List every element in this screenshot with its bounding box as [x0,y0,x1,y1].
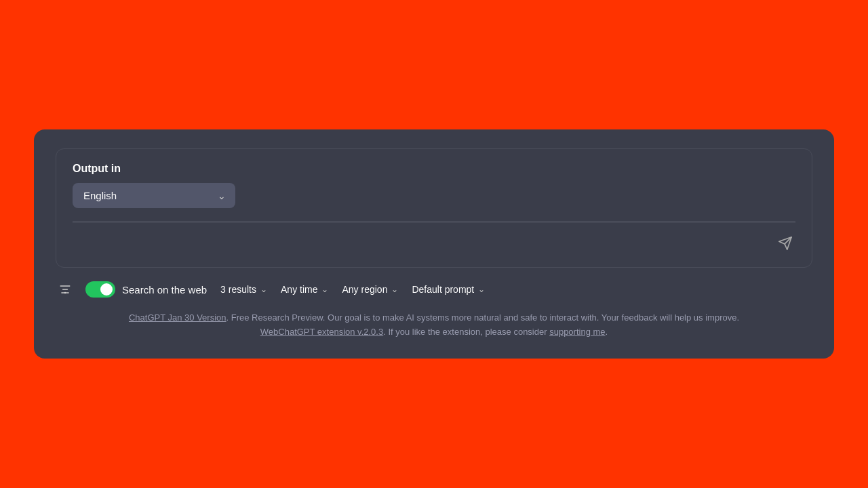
section-divider [73,222,795,222]
results-chevron-icon: ⌄ [260,285,267,294]
prompt-label: Default prompt [412,284,474,295]
chatgpt-version-link[interactable]: ChatGPT Jan 30 Version [129,312,226,323]
time-label: Any time [281,284,317,295]
footer-text-3: . If you like the extension, please cons… [383,327,549,337]
output-label: Output in [73,163,795,175]
language-select[interactable]: English Spanish French German Chinese Ja… [73,183,235,208]
support-link[interactable]: supporting me [549,327,605,337]
footer: ChatGPT Jan 30 Version. Free Research Pr… [56,311,812,340]
footer-text-4: . [606,327,608,337]
footer-content: ChatGPT Jan 30 Version. Free Research Pr… [129,312,739,323]
filter-button[interactable] [58,283,72,296]
send-button[interactable] [775,233,795,253]
search-toggle-label: Search on the web [122,284,207,296]
language-select-wrapper: English Spanish French German Chinese Ja… [73,183,235,208]
output-section: Output in English Spanish French German … [56,148,812,268]
footer-text-1: . Free Research Preview. Our goal is to … [226,312,740,323]
region-label: Any region [342,284,387,295]
region-dropdown[interactable]: Any region ⌄ [342,284,398,295]
toolbar: Search on the web 3 results ⌄ Any time ⌄… [56,281,812,298]
footer-line2: WebChatGPT extension v.2.0.3. If you lik… [260,327,608,337]
results-label: 3 results [220,284,256,295]
prompt-dropdown[interactable]: Default prompt ⌄ [412,284,485,295]
send-icon [778,236,793,251]
results-dropdown[interactable]: 3 results ⌄ [220,284,267,295]
time-chevron-icon: ⌄ [321,285,328,294]
time-dropdown[interactable]: Any time ⌄ [281,284,328,295]
search-toggle-group: Search on the web [85,281,207,298]
send-row [73,233,795,253]
toggle-track [85,281,115,298]
prompt-chevron-icon: ⌄ [478,285,485,294]
toggle-knob [100,283,113,296]
search-toggle[interactable] [85,281,115,298]
extension-link[interactable]: WebChatGPT extension v.2.0.3 [260,327,383,337]
main-card: Output in English Spanish French German … [34,129,834,359]
filter-icon [58,283,72,296]
region-chevron-icon: ⌄ [391,285,398,294]
